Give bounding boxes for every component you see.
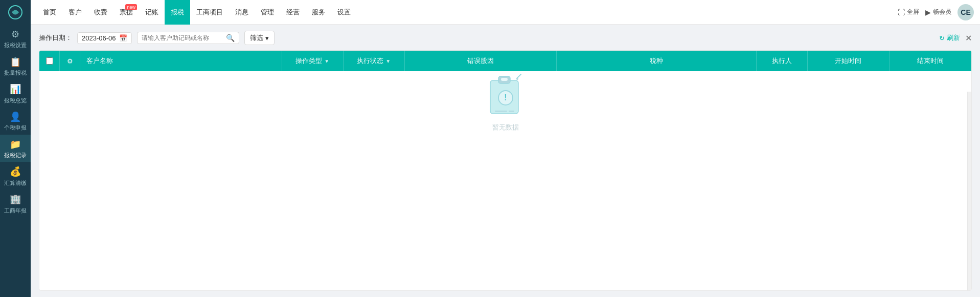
refresh-button[interactable]: ↻ 刷新: [939, 33, 960, 43]
th-end-time: 结束时间: [890, 51, 971, 71]
topnav-label-customer: 客户: [69, 8, 82, 17]
sidebar-label-batch-tax: 批量报税: [4, 69, 27, 76]
sidebar-logo: [0, 0, 31, 25]
fullscreen-label: 全屏: [907, 8, 919, 16]
topnav-label-service: 服务: [312, 8, 325, 17]
sidebar: ⚙ 报税设置 📋 批量报税 📊 报税总览 👤 个税申报 📁 报税记录 💰 汇算清…: [0, 0, 31, 297]
annual-report-icon: 🏢: [10, 194, 21, 205]
topnav-item-management[interactable]: 管理: [255, 0, 280, 25]
member-button[interactable]: ▶ 畅会员: [925, 8, 951, 16]
filter-button[interactable]: 筛选 ▾: [244, 31, 275, 45]
date-picker[interactable]: 2023-06-06 📅: [77, 32, 132, 44]
topnav-item-finance[interactable]: 经营: [280, 0, 306, 25]
th-settings[interactable]: ⚙: [60, 51, 80, 71]
sidebar-label-tax-overview: 报税总览: [4, 97, 27, 104]
empty-illustration: !: [485, 71, 526, 120]
exec-status-filter-icon: ▼: [385, 58, 391, 64]
sidebar-item-batch-tax[interactable]: 📋 批量报税: [0, 52, 31, 80]
th-customer-name: 客户名称: [80, 51, 282, 71]
th-tax-type: 税种: [557, 51, 757, 71]
topnav-label-business: 工商项目: [196, 8, 223, 17]
topnav-item-billing[interactable]: 收费: [88, 0, 113, 25]
settings-icon: ⚙: [67, 57, 73, 65]
member-icon: ▶: [925, 8, 931, 16]
empty-state: ! 暂无数据: [39, 71, 971, 132]
svg-line-8: [517, 74, 521, 78]
settlement-icon: 💰: [10, 166, 21, 178]
table-header: ⚙ 客户名称 操作类型 ▼ 执行状态 ▼ 错误股因 税种: [39, 51, 971, 71]
toolbar-right: ↻ 刷新 ✕: [939, 33, 972, 43]
tax-settings-icon: ⚙: [11, 29, 19, 40]
batch-tax-icon: 📋: [10, 56, 21, 68]
topnav-item-invoice[interactable]: 票据new: [113, 0, 139, 25]
refresh-label: 刷新: [947, 33, 960, 43]
content-area: 操作日期： 2023-06-06 📅 🔍 筛选 ▾ ↻ 刷新 ✕: [31, 25, 980, 297]
topnav-label-bookkeeping: 记账: [145, 8, 158, 17]
toolbar: 操作日期： 2023-06-06 📅 🔍 筛选 ▾ ↻ 刷新 ✕: [39, 31, 972, 45]
topnav-item-bookkeeping[interactable]: 记账: [139, 0, 165, 25]
member-label: 畅会员: [933, 8, 951, 16]
topnav-item-business[interactable]: 工商项目: [190, 0, 229, 25]
topnav-item-settings[interactable]: 设置: [331, 0, 357, 25]
refresh-icon: ↻: [939, 34, 945, 42]
sidebar-item-settlement[interactable]: 💰 汇算清缴: [0, 162, 31, 189]
calendar-icon: 📅: [119, 34, 127, 42]
sidebar-label-settlement: 汇算清缴: [4, 179, 27, 186]
topnav-label-finance: 经营: [286, 8, 300, 17]
individual-tax-icon: 👤: [10, 111, 21, 123]
topnav-label-settings: 设置: [337, 8, 351, 17]
svg-point-9: [516, 78, 518, 80]
filter-label: 筛选: [250, 33, 263, 43]
sidebar-item-tax-overview[interactable]: 📊 报税总览: [0, 79, 31, 107]
sidebar-label-individual-tax: 个税申报: [4, 124, 27, 131]
main-area: 首页客户收费票据new记账报税工商项目消息管理经营服务设置 ⛶ 全屏 ▶ 畅会员…: [31, 0, 980, 297]
op-type-filter-icon: ▼: [324, 58, 329, 64]
tax-overview-icon: 📊: [10, 83, 21, 95]
topnav-item-service[interactable]: 服务: [306, 0, 331, 25]
th-checkbox[interactable]: [39, 51, 60, 71]
svg-rect-3: [501, 78, 508, 81]
badge-new: new: [125, 4, 137, 11]
sidebar-item-tax-records[interactable]: 📁 报税记录: [0, 135, 31, 162]
th-start-time: 开始时间: [808, 51, 890, 71]
sidebar-item-individual-tax[interactable]: 👤 个税申报: [0, 107, 31, 135]
th-op-type[interactable]: 操作类型 ▼: [282, 51, 344, 71]
search-input[interactable]: [142, 34, 226, 41]
topnav-label-tax: 报税: [171, 8, 184, 17]
th-error-reason: 错误股因: [405, 51, 557, 71]
topnav-right: ⛶ 全屏 ▶ 畅会员 CE: [898, 4, 974, 20]
data-table: ⚙ 客户名称 操作类型 ▼ 执行状态 ▼ 错误股因 税种: [39, 50, 972, 291]
sidebar-label-tax-records: 报税记录: [4, 152, 27, 159]
search-box[interactable]: 🔍: [137, 32, 239, 44]
fullscreen-icon: ⛶: [898, 8, 905, 16]
topnav-label-home: 首页: [43, 8, 56, 17]
search-icon: 🔍: [226, 34, 235, 42]
topnav-item-home[interactable]: 首页: [37, 0, 62, 25]
sidebar-label-annual-report: 工商年报: [4, 207, 27, 214]
select-all-checkbox[interactable]: [46, 57, 53, 65]
topnav-label-message: 消息: [235, 8, 248, 17]
date-label: 操作日期：: [39, 33, 72, 43]
close-button[interactable]: ✕: [965, 33, 972, 43]
fullscreen-button[interactable]: ⛶ 全屏: [898, 8, 919, 16]
top-navigation: 首页客户收费票据new记账报税工商项目消息管理经营服务设置 ⛶ 全屏 ▶ 畅会员…: [31, 0, 980, 25]
date-value: 2023-06-06: [82, 34, 116, 42]
table-body: ! 暂无数据: [39, 71, 971, 290]
avatar[interactable]: CE: [958, 4, 974, 20]
th-exec-status[interactable]: 执行状态 ▼: [344, 51, 405, 71]
empty-text: 暂无数据: [492, 123, 519, 132]
svg-text:!: !: [504, 93, 507, 102]
tax-records-icon: 📁: [10, 139, 21, 151]
topnav-item-tax[interactable]: 报税: [165, 0, 190, 25]
topnav-label-billing: 收费: [94, 8, 107, 17]
th-executor: 执行人: [757, 51, 808, 71]
chevron-down-icon: ▾: [265, 34, 269, 42]
sidebar-item-annual-report[interactable]: 🏢 工商年报: [0, 189, 31, 217]
topnav-label-management: 管理: [261, 8, 274, 17]
topnav-item-customer[interactable]: 客户: [62, 0, 88, 25]
sidebar-item-tax-settings[interactable]: ⚙ 报税设置: [0, 25, 31, 52]
topnav-item-message[interactable]: 消息: [229, 0, 255, 25]
sidebar-label-tax-settings: 报税设置: [4, 41, 27, 49]
scrollbar-track[interactable]: [967, 92, 971, 290]
